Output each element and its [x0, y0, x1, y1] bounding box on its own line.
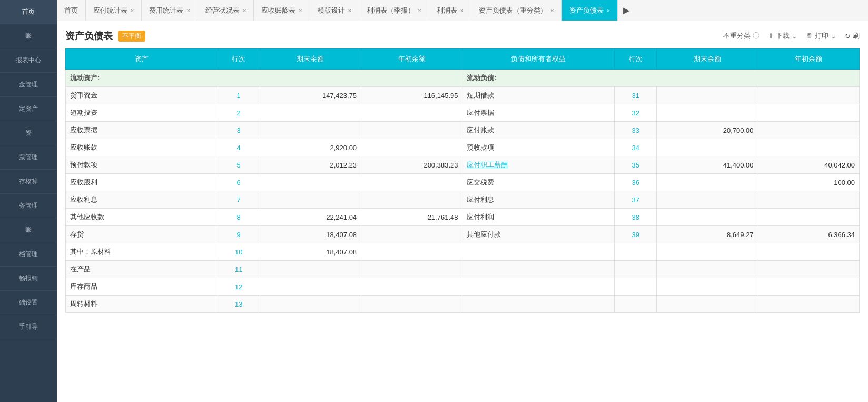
table-row: 应收股利 6 应交税费 36 100.00	[66, 174, 860, 191]
sidebar-item-settings[interactable]: 础设置	[0, 291, 57, 315]
left-end-balance: 2,012.23	[260, 156, 361, 174]
table-row: 库存商品 12	[66, 278, 860, 296]
tab-balance-sheet[interactable]: 资产负债表 ×	[562, 0, 618, 21]
right-end-balance	[657, 296, 758, 313]
right-begin-balance	[758, 104, 859, 122]
left-begin-balance: 21,761.48	[361, 209, 462, 226]
page-title: 资产负债表	[65, 30, 113, 42]
close-tab-template-design[interactable]: ×	[348, 7, 351, 14]
main-content: 首页 应付统计表 × 费用统计表 × 经营状况表 × 应收账龄表 × 模版设计 …	[57, 0, 868, 402]
right-item-name: 短期借款	[462, 87, 615, 104]
tab-home[interactable]: 首页	[57, 0, 86, 21]
close-tab-receivable-aging[interactable]: ×	[299, 7, 302, 14]
left-item-name: 库存商品	[66, 278, 218, 296]
balance-sheet-table: 资产 行次 期末余额 年初余额 负债和所有者权益 行次 期末余额 年初余额 流动…	[65, 48, 860, 313]
tab-profit-quarterly[interactable]: 利润表（季报） ×	[359, 0, 429, 21]
left-begin-balance	[361, 191, 462, 209]
sidebar-item-reports[interactable]: 报表中心	[0, 48, 57, 73]
right-end-balance	[657, 278, 758, 296]
right-begin-balance	[758, 296, 859, 313]
tab-cost-stats[interactable]: 费用统计表 ×	[142, 0, 198, 21]
right-begin-balance: 6,366.34	[758, 226, 859, 243]
right-begin-balance	[758, 243, 859, 261]
right-begin-balance	[758, 278, 859, 296]
close-tab-operations[interactable]: ×	[243, 7, 246, 14]
left-item-name: 存货	[66, 226, 218, 243]
right-begin-balance: 40,042.00	[758, 156, 859, 174]
tab-bar: 首页 应付统计表 × 费用统计表 × 经营状况表 × 应收账龄表 × 模版设计 …	[57, 0, 868, 21]
left-item-name: 其中：原材料	[66, 243, 218, 261]
close-tab-balance-sheet[interactable]: ×	[607, 7, 610, 14]
left-end-balance: 18,407.08	[260, 226, 361, 243]
tab-receivable-aging[interactable]: 应收账龄表 ×	[254, 0, 310, 21]
tab-profit[interactable]: 利润表 ×	[429, 0, 471, 21]
col-header-row-num-right: 行次	[615, 49, 657, 70]
sidebar-item-ledger[interactable]: 账	[0, 218, 57, 242]
right-begin-balance	[758, 261, 859, 278]
left-row-num: 10	[218, 243, 260, 261]
tab-more-button[interactable]: ▶	[618, 0, 635, 21]
sidebar-item-archive[interactable]: 档管理	[0, 242, 57, 267]
right-end-balance	[657, 243, 758, 261]
sidebar-item-guide[interactable]: 手引导	[0, 315, 57, 339]
left-end-balance: 18,407.08	[260, 243, 361, 261]
table-row: 应收票据 3 应付账款 33 20,700.00	[66, 122, 860, 139]
print-button[interactable]: 🖶 打印 ⌄	[806, 31, 836, 41]
sidebar-item-ticket[interactable]: 票管理	[0, 145, 57, 170]
right-end-balance	[657, 209, 758, 226]
sidebar-item-home[interactable]: 首页	[0, 0, 57, 24]
table-row: 周转材料 13	[66, 296, 860, 313]
right-row-num: 36	[615, 174, 657, 191]
right-begin-balance	[758, 191, 859, 209]
right-row-num: 31	[615, 87, 657, 104]
right-row-num	[615, 243, 657, 261]
print-chevron-icon: ⌄	[831, 32, 836, 40]
refresh-button[interactable]: ↻ 刷	[845, 31, 860, 41]
left-item-name: 短期投资	[66, 104, 218, 122]
download-button[interactable]: ⇩ 下载 ⌄	[768, 31, 797, 41]
right-end-balance: 8,649.27	[657, 226, 758, 243]
right-begin-balance	[758, 139, 859, 156]
left-end-balance	[260, 122, 361, 139]
table-row: 预付款项 5 2,012.23 200,383.23 应付职工薪酬 35 41,…	[66, 156, 860, 174]
sidebar-item-fund[interactable]: 金管理	[0, 73, 57, 97]
no-reclass-option[interactable]: 不重分类 ⓘ	[723, 31, 760, 41]
print-icon: 🖶	[806, 32, 813, 40]
right-item-name	[462, 278, 615, 296]
left-begin-balance	[361, 122, 462, 139]
table-row: 短期投资 2 应付票据 32	[66, 104, 860, 122]
right-item-name: 应付利润	[462, 209, 615, 226]
sidebar-item-tax[interactable]: 务管理	[0, 194, 57, 218]
close-tab-balance-reclassified[interactable]: ×	[550, 7, 554, 14]
sidebar-item-fixed-assets[interactable]: 定资产	[0, 97, 57, 121]
table-row: 应收利息 7 应付利息 37	[66, 191, 860, 209]
sidebar-item-account[interactable]: 账	[0, 24, 57, 48]
left-begin-balance	[361, 261, 462, 278]
right-end-balance	[657, 261, 758, 278]
table-row: 存货 9 18,407.08 其他应付款 39 8,649.27 6,366.3…	[66, 226, 860, 243]
close-tab-payable-stats[interactable]: ×	[131, 7, 134, 14]
table-row: 应收账款 4 2,920.00 预收款项 34	[66, 139, 860, 156]
close-tab-profit-quarterly[interactable]: ×	[418, 7, 421, 14]
right-begin-balance	[758, 209, 859, 226]
sidebar-item-capital[interactable]: 资	[0, 121, 57, 145]
left-row-num: 13	[218, 296, 260, 313]
sidebar-item-expense[interactable]: 畅报销	[0, 267, 57, 291]
sidebar-item-inventory[interactable]: 存核算	[0, 170, 57, 194]
left-item-name: 应收股利	[66, 174, 218, 191]
right-item-name[interactable]: 应付职工薪酬	[462, 156, 615, 174]
col-header-row-num-left: 行次	[218, 49, 260, 70]
left-begin-balance	[361, 296, 462, 313]
left-item-name: 在产品	[66, 261, 218, 278]
close-tab-cost-stats[interactable]: ×	[186, 7, 190, 14]
right-row-num: 39	[615, 226, 657, 243]
tab-template-design[interactable]: 模版设计 ×	[310, 0, 359, 21]
right-item-name: 应交税费	[462, 174, 615, 191]
close-tab-profit[interactable]: ×	[460, 7, 463, 14]
right-end-balance: 41,400.00	[657, 156, 758, 174]
left-begin-balance	[361, 174, 462, 191]
tab-payable-stats[interactable]: 应付统计表 ×	[86, 0, 142, 21]
right-begin-balance: 100.00	[758, 174, 859, 191]
tab-operations[interactable]: 经营状况表 ×	[198, 0, 254, 21]
tab-balance-reclassified[interactable]: 资产负债表（重分类） ×	[471, 0, 561, 21]
